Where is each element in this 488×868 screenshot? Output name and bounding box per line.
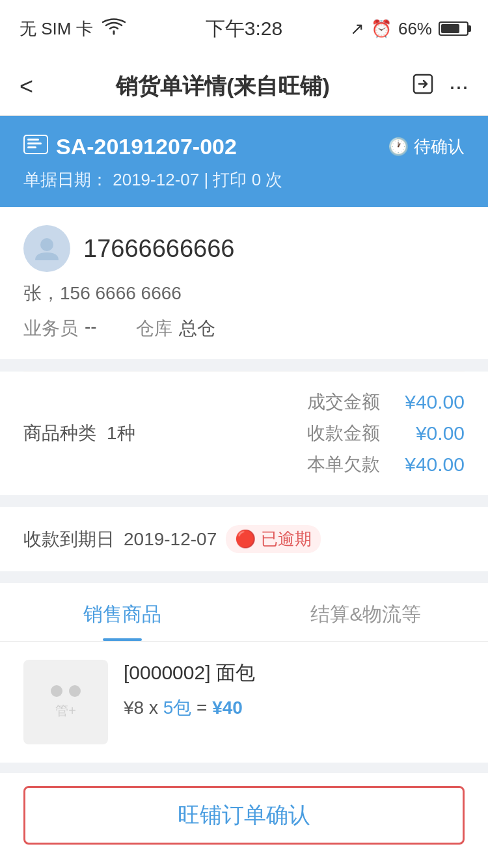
product-section: 管+ [0000002] 面包 ¥8 x 5包 = ¥40 (0, 642, 488, 763)
svg-rect-4 (27, 146, 36, 148)
owed-row: 本单欠款 ¥40.00 (307, 452, 465, 477)
back-button[interactable]: < (20, 73, 33, 100)
order-icon (23, 134, 48, 159)
tabs-row: 销售商品 结算&物流等 (0, 583, 488, 642)
nav-bar: < 销货单详情(来自旺铺) ··· (0, 57, 488, 116)
svg-rect-3 (27, 142, 42, 144)
share-icon[interactable] (413, 73, 433, 100)
summary-section: 商品种类 1种 成交金额 ¥40.00 收款金额 ¥0.00 本单欠款 ¥40.… (0, 372, 488, 495)
customer-phone: 17666666666 (83, 235, 234, 263)
tabs-section: 销售商品 结算&物流等 (0, 583, 488, 642)
wifi-icon (102, 18, 126, 40)
bottom-bar: 旺铺订单确认 (0, 773, 488, 868)
battery-percent: 66% (398, 19, 432, 39)
alarm-icon: ⏰ (371, 19, 392, 39)
tab-settlement-logistics[interactable]: 结算&物流等 (244, 583, 488, 641)
tab-sales-products[interactable]: 销售商品 (0, 583, 244, 641)
product-type: 商品种类 1种 (23, 390, 307, 477)
order-header: SA-20191207-002 🕐 待确认 单据日期： 2019-12-07 |… (0, 116, 488, 207)
due-date-section: 收款到期日 2019-12-07 🔴 已逾期 (0, 507, 488, 571)
warehouse-field: 仓库 总仓 (136, 316, 215, 341)
status-bar: 无 SIM 卡 下午3:28 ↗ ⏰ 66% (0, 0, 488, 57)
order-id: SA-20191207-002 (23, 134, 237, 159)
location-icon: ↗ (350, 19, 364, 39)
more-icon[interactable]: ··· (449, 73, 468, 100)
amount-row: 成交金额 ¥40.00 (307, 390, 465, 414)
svg-point-5 (40, 238, 53, 251)
order-date: 单据日期： 2019-12-07 | 打印 0 次 (23, 169, 465, 191)
order-status: 🕐 待确认 (388, 135, 465, 158)
salesman-field: 业务员 -- (23, 316, 97, 341)
carrier-text: 无 SIM 卡 (20, 18, 93, 40)
page-title: 销货单详情(来自旺铺) (116, 72, 330, 102)
overdue-icon: 🔴 (235, 529, 256, 549)
customer-name: 张，156 6666 6666 (23, 281, 465, 306)
svg-rect-2 (27, 139, 39, 141)
product-info: [0000002] 面包 ¥8 x 5包 = ¥40 (124, 660, 465, 720)
received-row: 收款金额 ¥0.00 (307, 421, 465, 446)
customer-meta: 业务员 -- 仓库 总仓 (23, 316, 465, 341)
product-thumbnail: 管+ (23, 660, 108, 744)
product-item: 管+ [0000002] 面包 ¥8 x 5包 = ¥40 (23, 660, 465, 744)
confirm-order-button[interactable]: 旺铺订单确认 (23, 786, 465, 845)
status-bar-time: 下午3:28 (206, 16, 282, 42)
status-bar-right: ↗ ⏰ 66% (350, 19, 468, 39)
clock-icon: 🕐 (388, 137, 409, 157)
owl-eye-left (51, 685, 62, 697)
status-bar-left: 无 SIM 卡 (20, 18, 126, 40)
overdue-badge: 🔴 已逾期 (226, 525, 321, 553)
amount-summary: 成交金额 ¥40.00 收款金额 ¥0.00 本单欠款 ¥40.00 (307, 390, 465, 477)
owl-eye-right (69, 685, 81, 697)
nav-actions: ··· (413, 73, 468, 100)
product-name: [0000002] 面包 (124, 660, 465, 686)
customer-section: 17666666666 张，156 6666 6666 业务员 -- 仓库 总仓 (0, 207, 488, 359)
battery-icon (439, 21, 468, 36)
avatar (23, 225, 70, 272)
product-price: ¥8 x 5包 = ¥40 (124, 696, 465, 720)
